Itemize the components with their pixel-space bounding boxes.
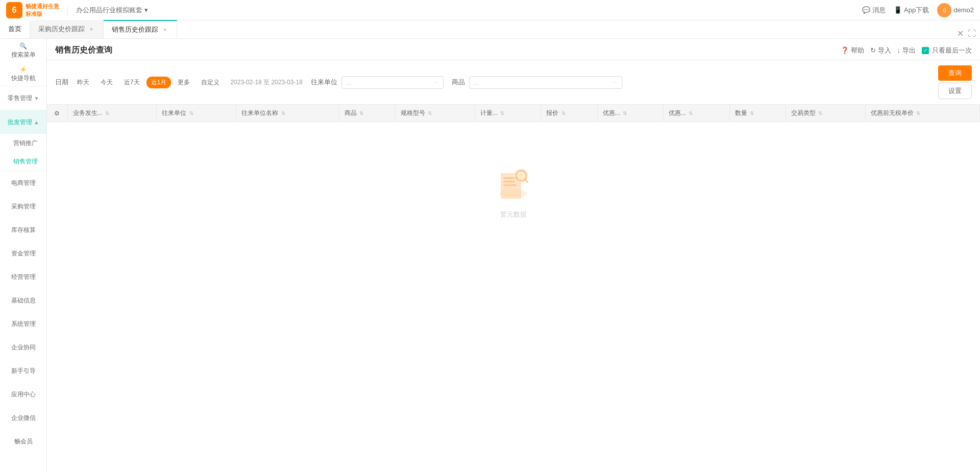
chevron-icon: ▼ (34, 96, 39, 101)
header-right: 💬 消息 📱 App下载 d demo2 (862, 3, 974, 17)
sidebar-item-ecommerce[interactable]: 电商管理 (0, 171, 46, 195)
tab-actions: ✕ ⛶ (957, 29, 980, 38)
date-btn-yesterday[interactable]: 昨天 (72, 77, 94, 88)
sort-icon: ⇅ (750, 110, 754, 116)
sidebar-section-ecommerce: 电商管理 (0, 171, 46, 195)
export-icon: ↓ (897, 46, 901, 54)
only-last-checkbox[interactable]: ✓ (922, 47, 929, 54)
page-title: 销售历史价查询 (55, 45, 112, 56)
date-range-display: 2023-02-18 至 2023-03-18 (230, 78, 302, 87)
sort-icon: ⇅ (359, 110, 363, 116)
avatar: d (937, 3, 951, 17)
sidebar-item-finance[interactable]: 资金管理 (0, 242, 46, 265)
sort-icon: ⇅ (561, 110, 566, 116)
chevron-up-icon: ▲ (34, 120, 39, 125)
sidebar-item-wholesale-mgmt[interactable]: 批发管理 ▲ (0, 110, 46, 134)
logo-area: 6 畅捷通好生意 标准版 (6, 2, 59, 18)
maximize-icon[interactable]: ⛶ (968, 29, 976, 38)
sidebar-section-retail: 零售管理 ▼ (0, 86, 46, 110)
sidebar-item-search-menu[interactable]: 🔍 搜索菜单 (0, 39, 46, 62)
empty-icon (493, 163, 534, 204)
sidebar-sub-marketing[interactable]: 营销推广 (0, 134, 46, 152)
close-all-tabs-icon[interactable]: ✕ (957, 29, 964, 38)
date-btn-custom[interactable]: 自定义 (197, 77, 224, 88)
col-counterpart-code[interactable]: 往来单位 ⇅ (157, 105, 236, 122)
goods-dots: ... (474, 79, 479, 86)
table-header-row: ⚙ 业务发生... ⇅ 往来单位 ⇅ 往来单位名称 ⇅ (47, 105, 980, 122)
sort-icon: ⇅ (623, 110, 627, 116)
col-qty[interactable]: 数量 ⇅ (729, 105, 786, 122)
main-layout: 🔍 搜索菜单 ⚡ 快捷导航 零售管理 ▼ 批发管理 ▲ 营销推广 销售管理 (0, 39, 980, 472)
help-icon: ❓ (841, 46, 849, 54)
col-discount1[interactable]: 优惠... ⇅ (597, 105, 663, 122)
sidebar-item-guide[interactable]: 新手引导 (0, 359, 46, 383)
tab-sales-history-close[interactable]: × (161, 26, 168, 33)
sort-icon: ⇅ (689, 110, 693, 116)
search-icon: 🔍 (19, 42, 27, 50)
col-settings[interactable]: ⚙ (47, 105, 67, 122)
goods-input[interactable]: ... ··· (469, 76, 622, 89)
sidebar-item-purchase-mgmt[interactable]: 采购管理 (0, 195, 46, 218)
empty-text: 暂元数据 (500, 210, 527, 219)
header-bar: 6 畅捷通好生意 标准版 办公用品行业模拟账套 ▾ 💬 消息 📱 App下载 d… (0, 0, 980, 20)
sidebar-item-inventory[interactable]: 库存核算 (0, 218, 46, 242)
sidebar-item-retail-mgmt[interactable]: 零售管理 ▼ (0, 86, 46, 110)
date-btn-7days[interactable]: 近7天 (119, 77, 144, 88)
message-button[interactable]: 💬 消息 (862, 6, 886, 15)
settings-button[interactable]: 设置 (938, 83, 972, 99)
tab-purchase-history[interactable]: 采购历史价跟踪 × (30, 20, 104, 38)
tab-sales-history[interactable]: 销售历史价跟踪 × (104, 20, 177, 38)
sidebar-item-wechat[interactable]: 企业微信 (0, 406, 46, 430)
logo-text: 畅捷通好生意 标准版 (26, 3, 59, 17)
sort-icon: ⇅ (189, 110, 193, 116)
sidebar-item-quick-nav[interactable]: ⚡ 快捷导航 (0, 62, 46, 86)
col-no-tax-price[interactable]: 优惠前无税单价 ⇅ (865, 105, 979, 122)
empty-state: 暂元数据 (47, 122, 980, 260)
header-left: 6 畅捷通好生意 标准版 办公用品行业模拟账套 ▾ (6, 2, 148, 18)
counterpart-more-icon: ··· (434, 79, 439, 85)
sidebar-item-basic-info[interactable]: 基础信息 (0, 289, 46, 312)
svg-rect-3 (503, 181, 514, 182)
only-last-checkbox-group[interactable]: ✓ 只看最后一次 (922, 46, 972, 55)
svg-rect-4 (503, 184, 517, 186)
counterpart-label: 往来单位 (311, 78, 337, 87)
sidebar-item-enterprise[interactable]: 企业协同 (0, 336, 46, 359)
app-download-button[interactable]: 📱 App下载 (894, 6, 929, 15)
date-btn-today[interactable]: 今天 (96, 77, 117, 88)
import-button[interactable]: ↻ 导入 (870, 46, 891, 55)
counterpart-input[interactable]: ... ··· (341, 76, 444, 89)
sidebar: 🔍 搜索菜单 ⚡ 快捷导航 零售管理 ▼ 批发管理 ▲ 营销推广 销售管理 (0, 39, 47, 472)
sidebar-item-system[interactable]: 系统管理 (0, 312, 46, 336)
col-goods[interactable]: 商品 ⇅ (339, 105, 395, 122)
sidebar-sub-sales-mgmt[interactable]: 销售管理 (0, 152, 46, 171)
workspace-selector[interactable]: 办公用品行业模拟账套 ▾ (76, 6, 148, 15)
sort-icon: ⇅ (105, 110, 109, 116)
page-header: 销售历史价查询 ❓ 帮助 ↻ 导入 ↓ 导出 ✓ 只看最后一次 (47, 39, 980, 60)
date-btn-more[interactable]: 更多 (173, 77, 194, 88)
goods-label: 商品 (452, 78, 465, 87)
sidebar-item-operations[interactable]: 经营管理 (0, 265, 46, 289)
tab-purchase-history-close[interactable]: × (88, 26, 95, 33)
tab-home[interactable]: 首页 (0, 20, 30, 38)
goods-more-icon: ··· (613, 79, 618, 85)
col-trade-type[interactable]: 交易类型 ⇅ (786, 105, 865, 122)
sort-icon: ⇅ (281, 110, 285, 116)
col-spec[interactable]: 规格型号 ⇅ (395, 105, 475, 122)
user-menu[interactable]: d demo2 (937, 3, 974, 17)
col-unit[interactable]: 计量... ⇅ (475, 105, 541, 122)
col-biz-date[interactable]: 业务发生... ⇅ (67, 105, 157, 122)
sidebar-item-app-center[interactable]: 应用中心 (0, 383, 46, 406)
table-container: ⚙ 业务发生... ⇅ 往来单位 ⇅ 往来单位名称 ⇅ (47, 105, 980, 472)
nav-icon: ⚡ (19, 66, 27, 73)
date-btn-1month[interactable]: 近1月 (146, 77, 172, 88)
sidebar-item-member[interactable]: 畅会员 (0, 430, 46, 453)
help-button[interactable]: ❓ 帮助 (841, 46, 864, 55)
col-quote[interactable]: 报价 ⇅ (541, 105, 597, 122)
query-button[interactable]: 查询 (938, 65, 972, 81)
col-counterpart-name[interactable]: 往来单位名称 ⇅ (236, 105, 339, 122)
export-button[interactable]: ↓ 导出 (897, 46, 916, 55)
date-filter-group: 日期 昨天 今天 近7天 近1月 更多 自定义 2023-02-18 至 202… (55, 77, 303, 88)
phone-icon: 📱 (894, 6, 902, 14)
col-discount2[interactable]: 优惠... ⇅ (664, 105, 729, 122)
action-buttons: 查询 设置 (938, 65, 972, 99)
